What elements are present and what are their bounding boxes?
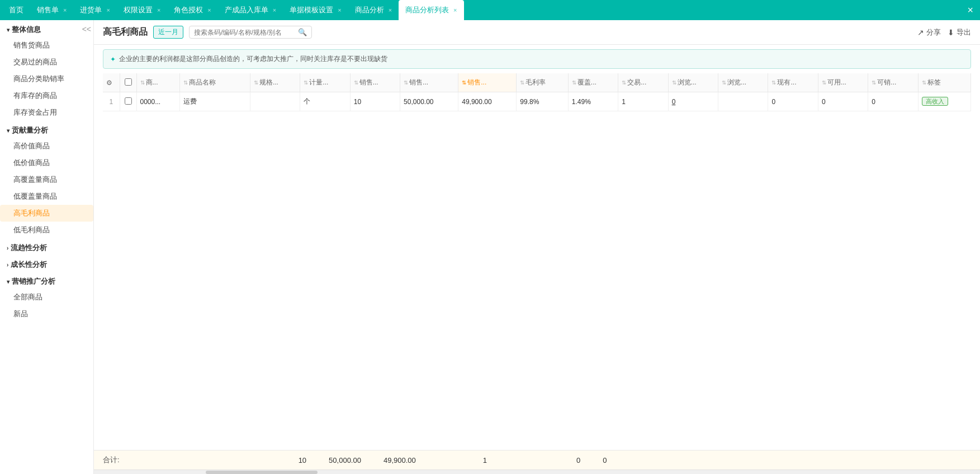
sort-icon: ⇅ (404, 79, 408, 86)
sidebar-item-category-assist[interactable]: 商品分类助销率 (0, 71, 93, 87)
sidebar-group-contribution[interactable]: ▾ 贡献量分析 (0, 121, 93, 138)
sort-icon: ⇅ (922, 79, 926, 86)
sidebar-group-growth[interactable]: › 成长性分析 (0, 255, 93, 272)
col-stock[interactable]: ⇅现有... (768, 73, 818, 92)
share-button[interactable]: ↗ 分享 (917, 27, 941, 37)
nav-goods-analysis-list[interactable]: 商品分析列表 × (399, 0, 463, 20)
table-row: 1 0000... 运费 (103, 92, 971, 111)
col-name[interactable]: ⇅商品名称 (180, 73, 250, 92)
sidebar-item-high-gross[interactable]: 高毛利商品 (0, 205, 93, 222)
row-num: 1 (103, 92, 120, 111)
nav-permission-settings[interactable]: 权限设置 × (117, 0, 167, 20)
nav-purchase-order[interactable]: 进货单 × (73, 0, 116, 20)
col-tag[interactable]: ⇅标签 (918, 73, 970, 92)
col-coverage[interactable]: ⇅覆盖... (568, 73, 618, 92)
tag-badge: 高收入 (922, 97, 948, 106)
sidebar-item-high-coverage[interactable]: 高覆盖量商品 (0, 171, 93, 188)
time-filter-button[interactable]: 近一月 (153, 26, 183, 39)
close-icon[interactable]: × (273, 0, 276, 20)
col-saleable[interactable]: ⇅可销... (868, 73, 918, 92)
sidebar-item-new-goods[interactable]: 新品 (0, 306, 93, 322)
row-browse1[interactable]: 0 (668, 92, 718, 111)
sidebar-group-marketing[interactable]: ▾ 营销推广分析 (0, 272, 93, 289)
search-icon[interactable]: 🔍 (298, 28, 307, 36)
sidebar-item-high-value[interactable]: 高价值商品 (0, 138, 93, 154)
footer-sales1: 10 (299, 456, 306, 464)
sidebar-item-sales-goods[interactable]: 销售货商品 (0, 37, 93, 54)
sort-icon: ⇅ (462, 79, 466, 86)
footer-available: 0 (603, 456, 607, 464)
row-sales2: 50,000.00 (400, 92, 458, 111)
col-available[interactable]: ⇅可用... (818, 73, 868, 92)
nav-template-settings[interactable]: 单据模板设置 × (283, 0, 348, 20)
sidebar-group-flow[interactable]: › 流趋性分析 (0, 238, 93, 255)
content-area: 高毛利商品 近一月 🔍 ↗ 分享 ⬇ 导出 ✦ 企业的主要的利润都是这部分商品创… (94, 20, 980, 474)
sidebar-item-stock-goods[interactable]: 有库存的商品 (0, 87, 93, 104)
horizontal-scrollbar[interactable] (94, 470, 980, 474)
sidebar-group-overall[interactable]: ▾ 整体信息 (0, 20, 93, 37)
close-icon[interactable]: × (338, 0, 341, 20)
row-code: 0000... (136, 92, 180, 111)
search-box: 🔍 (189, 26, 312, 39)
data-table: ⚙ ⇅商... ⇅商品名称 ⇅规格... (103, 73, 971, 111)
col-gross-rate[interactable]: ⇅毛利率 (517, 73, 569, 92)
row-spec (250, 92, 300, 111)
nav-sales-order[interactable]: 销售单 × (30, 0, 73, 20)
row-checkbox[interactable] (125, 97, 132, 105)
export-icon: ⬇ (948, 28, 954, 37)
sort-icon: ⇅ (722, 79, 726, 86)
footer-transaction: 1 (483, 456, 487, 464)
search-input[interactable] (194, 29, 295, 36)
sidebar: << ▾ 整体信息 销售货商品 交易过的商品 商品分类助销率 有库存的商品 库存… (0, 20, 94, 474)
col-checkbox (120, 73, 136, 92)
col-sales1[interactable]: ⇅销售... (350, 73, 400, 92)
settings-icon[interactable]: ⚙ (106, 79, 112, 87)
close-icon[interactable]: × (389, 0, 392, 20)
nav-goods-analysis[interactable]: 商品分析 × (348, 0, 399, 20)
row-coverage: 1.49% (568, 92, 618, 111)
top-navigation: 首页 销售单 × 进货单 × 权限设置 × 角色授权 × 产成品入库单 × 单据… (0, 0, 980, 20)
row-gross-rate: 99.8% (517, 92, 569, 111)
row-stock: 0 (768, 92, 818, 111)
close-icon[interactable]: × (63, 0, 67, 20)
nav-production-inbound[interactable]: 产成品入库单 × (218, 0, 283, 20)
close-icon[interactable]: × (106, 0, 110, 20)
sidebar-item-traded-goods[interactable]: 交易过的商品 (0, 54, 93, 71)
sort-icon: ⇅ (254, 79, 258, 86)
row-name: 运费 (180, 92, 250, 111)
row-transaction: 1 (618, 92, 668, 111)
nav-role-auth[interactable]: 角色授权 × (167, 0, 217, 20)
col-sales2[interactable]: ⇅销售... (400, 73, 458, 92)
col-sales3[interactable]: ⇅销售... (458, 73, 517, 92)
close-icon[interactable]: × (453, 0, 457, 20)
sidebar-item-low-gross[interactable]: 低毛利商品 (0, 222, 93, 238)
chevron-right-icon: › (7, 262, 8, 268)
row-unit: 个 (300, 92, 350, 111)
row-available: 0 (818, 92, 868, 111)
scrollbar-thumb[interactable] (206, 471, 318, 474)
sort-icon: ⇅ (183, 79, 188, 86)
sort-icon: ⇅ (140, 79, 145, 86)
sidebar-item-all-goods[interactable]: 全部商品 (0, 289, 93, 306)
sort-icon: ⇅ (771, 79, 776, 86)
col-unit[interactable]: ⇅计量... (300, 73, 350, 92)
close-icon[interactable]: × (207, 0, 211, 20)
sidebar-item-stock-capital[interactable]: 库存资金占用 (0, 104, 93, 121)
chevron-down-icon: ▾ (7, 279, 10, 285)
col-browse2[interactable]: ⇅浏览... (718, 73, 768, 92)
close-icon[interactable]: × (157, 0, 160, 20)
col-code[interactable]: ⇅商... (136, 73, 180, 92)
sidebar-toggle-button[interactable]: << (82, 25, 91, 34)
export-button[interactable]: ⬇ 导出 (948, 27, 971, 37)
select-all-checkbox[interactable] (125, 78, 132, 86)
close-all-button[interactable]: × (963, 4, 978, 16)
col-spec[interactable]: ⇅规格... (250, 73, 300, 92)
sort-icon: ⇅ (572, 79, 576, 86)
sidebar-item-low-value[interactable]: 低价值商品 (0, 154, 93, 171)
col-transaction[interactable]: ⇅交易... (618, 73, 668, 92)
chevron-down-icon: ▾ (7, 27, 10, 33)
sidebar-item-low-coverage[interactable]: 低覆盖量商品 (0, 188, 93, 205)
nav-home[interactable]: 首页 (2, 0, 30, 20)
row-saleable: 0 (868, 92, 918, 111)
col-browse1[interactable]: ⇅浏览... (668, 73, 718, 92)
